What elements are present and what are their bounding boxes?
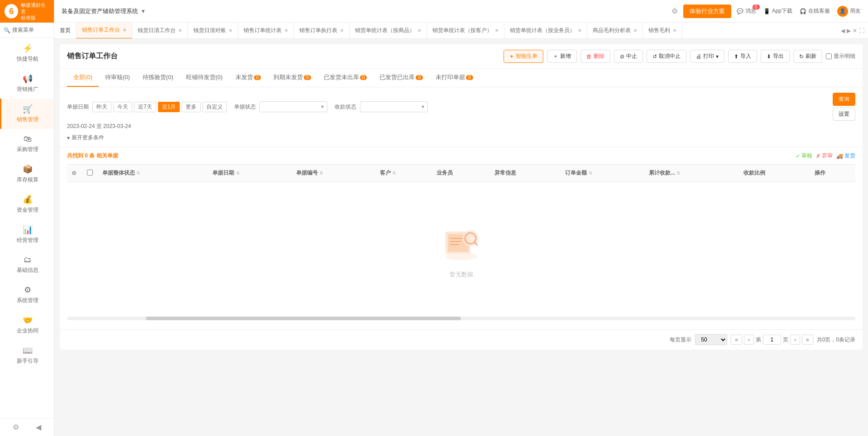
tab-close-sales-order[interactable]: ✕: [123, 28, 126, 33]
filter-expand-btn[interactable]: ▾ 展开更多条件: [67, 134, 855, 142]
tabs-fullscreen-btn[interactable]: ⛶: [859, 28, 864, 34]
sub-tab-shipped-out[interactable]: 已发货已出库0: [373, 69, 429, 87]
sidebar-item-quick-nav[interactable]: ⚡ 快捷导航: [0, 38, 54, 68]
collapse-footer-btn[interactable]: ◀: [36, 423, 41, 431]
delete-btn[interactable]: 🗑 删除: [580, 50, 610, 63]
sub-tab-unshipped[interactable]: 未发货0: [229, 69, 268, 87]
sidebar-search[interactable]: 🔍 搜索菜单: [0, 23, 54, 38]
settings-filter-btn[interactable]: 设置: [833, 108, 855, 121]
col-settings[interactable]: ⚙: [67, 165, 81, 182]
tab-home[interactable]: 首页: [54, 23, 77, 39]
sort-amount-icon[interactable]: ⇅: [589, 171, 592, 175]
online-service-btn[interactable]: 🎧 在线客服: [800, 7, 830, 15]
filter-status-select-wrap: [259, 101, 327, 112]
smart-generate-btn[interactable]: ✦ 智能生单: [504, 50, 543, 63]
tab-sales-order[interactable]: 销售订单工作台 ✕: [77, 23, 132, 39]
cancel-review-btn[interactable]: ✗ 弃审: [816, 152, 833, 160]
tab-sales-customer[interactable]: 销货单统计表（按客户） ✕: [427, 23, 504, 39]
sidebar-item-basic[interactable]: 🗂 基础信息: [0, 250, 54, 280]
tab-sales-staff[interactable]: 销货单统计表（按业务员） ✕: [504, 23, 587, 39]
filter-date-today[interactable]: 今天: [113, 102, 132, 112]
topbar-dropdown[interactable]: ▾: [142, 8, 145, 14]
tab-close-order-exec[interactable]: ✕: [340, 28, 344, 33]
tab-close-order-stats[interactable]: ✕: [284, 28, 288, 33]
sub-tabs: 全部(0) 待审核(0) 待拣验货(0) 旺铺待发货(0) 未发货0 到期未发货…: [60, 69, 863, 87]
sidebar-item-sales[interactable]: 🛒 销售管理: [0, 99, 54, 129]
next-page-btn[interactable]: ›: [790, 335, 800, 345]
filter-payment-select[interactable]: [360, 101, 428, 112]
ship-btn[interactable]: 🚚 发货: [836, 152, 855, 160]
tabs-prev-btn[interactable]: ◀: [841, 28, 845, 34]
tab-close-sales-margin[interactable]: ✕: [673, 28, 676, 33]
first-page-btn[interactable]: «: [731, 335, 742, 345]
sort-customer-icon[interactable]: ⇅: [392, 171, 396, 175]
sort-payment-icon[interactable]: ⇅: [676, 171, 680, 175]
refresh-btn[interactable]: ↻ 刷新: [793, 50, 822, 63]
sort-number-icon[interactable]: ⇅: [319, 171, 323, 175]
filter-date-7days[interactable]: 近7天: [134, 102, 156, 112]
sidebar-item-enterprise[interactable]: 🤝 企业协同: [0, 310, 54, 340]
tab-daily-clear[interactable]: 钱货日清工作台 ✕: [132, 23, 188, 39]
show-detail-checkbox[interactable]: [826, 53, 832, 59]
show-detail-label[interactable]: 显示明细: [826, 52, 855, 60]
page-input[interactable]: [763, 335, 781, 345]
tab-sales-product[interactable]: 销货单统计表（按商品） ✕: [350, 23, 427, 39]
tab-close-margin-analysis[interactable]: ✕: [633, 28, 637, 33]
filter-date-yesterday[interactable]: 昨天: [92, 102, 111, 112]
print-btn[interactable]: 🖨 打印 ▾: [690, 50, 724, 63]
tab-sales-margin[interactable]: 销售毛利 ✕: [643, 23, 682, 39]
prev-page-btn[interactable]: ‹: [744, 335, 754, 345]
message-btn[interactable]: 💬 消息 6: [737, 7, 756, 15]
sort-date-icon[interactable]: ⇅: [236, 171, 240, 175]
tab-close-sales-customer[interactable]: ✕: [495, 28, 499, 33]
review-btn[interactable]: ✓ 审核: [796, 152, 812, 160]
tab-close-daily-clear[interactable]: ✕: [178, 28, 182, 33]
tab-order-exec[interactable]: 销售订单执行表 ✕: [294, 23, 350, 39]
sidebar-item-marketing[interactable]: 📢 营销推广: [0, 68, 54, 99]
tab-reconcile[interactable]: 钱货日清对账 ✕: [188, 23, 238, 39]
sidebar-item-system[interactable]: ⚙ 系统管理: [0, 280, 54, 310]
sort-status-icon[interactable]: ⇅: [136, 171, 140, 175]
topbar-gear-icon[interactable]: ⚙: [671, 7, 678, 15]
settings-footer-btn[interactable]: ⚙: [13, 423, 19, 431]
sub-tab-pending-review[interactable]: 待审核(0): [99, 69, 136, 87]
user-menu[interactable]: 👤 用友: [837, 6, 861, 17]
tab-close-sales-staff[interactable]: ✕: [578, 28, 581, 33]
filter-date-1month[interactable]: 近1月: [158, 102, 180, 112]
filter-date-more[interactable]: 更多: [182, 102, 201, 112]
scroll-thumb[interactable]: [146, 317, 461, 320]
tab-margin-analysis[interactable]: 商品毛利分析表 ✕: [587, 23, 643, 39]
add-btn[interactable]: ＋ 新增: [547, 50, 577, 63]
filter-date-custom[interactable]: 自定义: [202, 102, 227, 112]
tab-close-reconcile[interactable]: ✕: [229, 28, 232, 33]
sub-tab-unprinted[interactable]: 未打印单据0: [429, 69, 480, 87]
last-page-btn[interactable]: »: [802, 335, 813, 345]
select-all-checkbox[interactable]: [87, 170, 93, 175]
sidebar-item-inventory[interactable]: 📦 库存核算: [0, 159, 54, 189]
horizontal-scrollbar[interactable]: [67, 317, 855, 320]
industry-btn[interactable]: 体验行业方案: [683, 5, 731, 18]
tabs-close-btn[interactable]: ✕: [853, 28, 857, 34]
sub-tab-pending-check[interactable]: 待拣验货(0): [136, 69, 180, 87]
per-page-select[interactable]: 50 100 200: [695, 334, 727, 345]
import-btn[interactable]: ⬆ 导入: [728, 50, 757, 63]
export-btn[interactable]: ⬇ 导出: [761, 50, 790, 63]
import-icon: ⬆: [734, 53, 739, 60]
tabs-next-btn[interactable]: ▶: [847, 28, 851, 34]
filter-status-select[interactable]: [259, 101, 327, 112]
sidebar-item-operation[interactable]: 📊 经营管理: [0, 219, 54, 250]
sidebar-item-purchase[interactable]: 🛍 采购管理: [0, 129, 54, 159]
sidebar-item-guide[interactable]: 📖 新手引导: [0, 340, 54, 370]
cancel-stop-btn[interactable]: ↺ 取消中止: [647, 50, 686, 63]
tab-close-sales-product[interactable]: ✕: [417, 28, 421, 33]
sub-tab-overdue-unshipped[interactable]: 到期未发货0: [267, 69, 317, 87]
query-btn[interactable]: 查询: [833, 93, 855, 106]
stop-btn[interactable]: ⊘ 中止: [614, 50, 643, 63]
sub-tab-wangpu[interactable]: 旺铺待发货(0): [180, 69, 229, 87]
topbar: 装备及固定资产辅助管理系统 ▾ ⚙ 体验行业方案 💬 消息 6 📱 App下载 …: [54, 0, 868, 23]
app-download-btn[interactable]: 📱 App下载: [763, 7, 792, 15]
sub-tab-all[interactable]: 全部(0): [67, 69, 99, 87]
sidebar-item-finance[interactable]: 💰 资金管理: [0, 189, 54, 219]
sub-tab-shipped-not-out[interactable]: 已发货未出库0: [317, 69, 374, 87]
tab-order-stats[interactable]: 销售订单统计表 ✕: [238, 23, 294, 39]
